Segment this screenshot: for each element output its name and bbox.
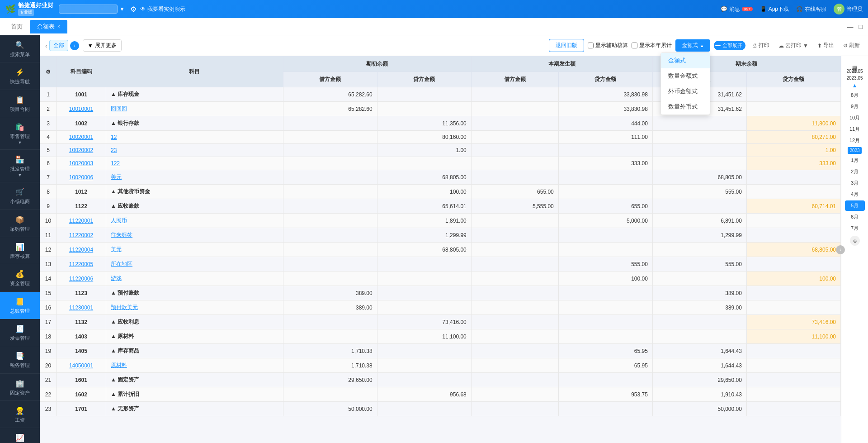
row-name[interactable]: 23 bbox=[106, 144, 283, 157]
row-code[interactable]: 11220001 bbox=[57, 214, 106, 228]
settings-gear-icon[interactable]: ⚙ bbox=[130, 5, 137, 14]
row-code[interactable]: 11220006 bbox=[57, 272, 106, 286]
tab-minimize-button[interactable]: — bbox=[845, 21, 855, 32]
period-month-2[interactable]: 2月 bbox=[845, 167, 865, 177]
mode-option-amount[interactable]: 金额式 bbox=[661, 53, 710, 68]
code-link[interactable]: 10010001 bbox=[69, 106, 93, 112]
subject-link[interactable]: 12 bbox=[111, 134, 117, 140]
mode-option-qty-currency[interactable]: 数量外币式 bbox=[661, 99, 710, 114]
sidebar-item-finance[interactable]: 💰 资金管理 bbox=[0, 264, 40, 291]
refresh-button[interactable]: ↺ 刷新 bbox=[840, 40, 863, 51]
sidebar-item-assets[interactable]: 🏢 固定资产 bbox=[0, 374, 40, 401]
tab-balance-sheet[interactable]: 余额表 × bbox=[30, 20, 67, 33]
sidebar-item-wholesale[interactable]: 🏪 批发管理 ▼ bbox=[0, 150, 40, 182]
search-dropdown-chevron[interactable]: ▼ bbox=[119, 6, 125, 12]
row-code[interactable]: 10020002 bbox=[57, 144, 106, 157]
row-name[interactable]: 12 bbox=[106, 131, 283, 144]
row-name[interactable]: 原材料 bbox=[106, 358, 283, 373]
period-month-3[interactable]: 3月 bbox=[845, 178, 865, 188]
cloud-print-button[interactable]: ☁ 云打印 ▼ bbox=[776, 40, 811, 51]
period-month-11[interactable]: 11月 bbox=[845, 124, 865, 134]
code-link[interactable]: 11220005 bbox=[69, 261, 93, 267]
demo-link[interactable]: 👁 我要看实例演示 bbox=[140, 5, 185, 13]
row-name[interactable]: 美元 bbox=[106, 243, 283, 257]
message-button[interactable]: 💬 消息 99+ bbox=[721, 5, 752, 13]
row-name[interactable]: 所在地区 bbox=[106, 257, 283, 272]
mode-option-qty-amount[interactable]: 数量金额式 bbox=[661, 68, 710, 84]
row-name[interactable]: 美元 bbox=[106, 170, 283, 185]
mode-selector-button[interactable]: 金额式 ▲ bbox=[675, 39, 710, 52]
subject-link[interactable]: 所在地区 bbox=[111, 261, 132, 267]
row-name[interactable]: 人民币 bbox=[106, 214, 283, 228]
global-search-input[interactable] bbox=[59, 5, 118, 14]
subject-link[interactable]: 美元 bbox=[111, 246, 122, 252]
sidebar-item-project[interactable]: 📋 项目合同 bbox=[0, 90, 40, 117]
ytd-checkbox-input[interactable] bbox=[632, 43, 637, 48]
show-ytd-checkbox[interactable]: 显示本年累计 bbox=[632, 42, 672, 49]
online-service-button[interactable]: 🎧 在线客服 bbox=[796, 5, 826, 13]
subject-link[interactable]: 美元 bbox=[111, 174, 122, 180]
period-up-chevron[interactable]: ▲ bbox=[852, 82, 858, 89]
sidebar-item-search[interactable]: 🔍 搜索菜单 bbox=[0, 35, 40, 62]
period-month-7[interactable]: 7月 bbox=[845, 223, 865, 233]
row-code[interactable]: 10020001 bbox=[57, 131, 106, 144]
row-code[interactable]: 11220002 bbox=[57, 228, 106, 243]
sidebar-item-payroll[interactable]: 👷 工资 bbox=[0, 401, 40, 428]
subject-link[interactable]: 原材料 bbox=[111, 362, 127, 368]
expand-all-toggle[interactable]: 全部展开 bbox=[714, 41, 745, 50]
code-link[interactable]: 11220004 bbox=[69, 247, 93, 253]
sidebar-item-inventory[interactable]: 📊 库存核算 bbox=[0, 237, 40, 264]
period-month-9[interactable]: 9月 bbox=[845, 101, 865, 112]
print-button[interactable]: 🖨 打印 bbox=[749, 40, 772, 51]
row-code[interactable]: 11220005 bbox=[57, 257, 106, 272]
sidebar-item-quicknav[interactable]: ⚡ 快捷导航 bbox=[0, 62, 40, 90]
filter-back-icon[interactable]: ‹ bbox=[45, 42, 47, 49]
sidebar-item-operations[interactable]: 📈 经营管理 bbox=[0, 428, 40, 443]
row-name[interactable]: 回回回 bbox=[106, 102, 283, 116]
subject-link[interactable]: 回回回 bbox=[111, 105, 127, 112]
settings-col-header[interactable]: ⚙ bbox=[40, 57, 57, 87]
sidebar-item-ledger[interactable]: 📒 总账管理 bbox=[0, 292, 40, 319]
code-link[interactable]: 10020006 bbox=[69, 174, 93, 181]
subject-link[interactable]: 往来标签 bbox=[111, 232, 132, 238]
period-month-10[interactable]: 10月 bbox=[845, 113, 865, 123]
row-name[interactable]: 预付款美元 bbox=[106, 300, 283, 315]
code-link[interactable]: 11220006 bbox=[69, 276, 93, 282]
mode-option-currency-amount[interactable]: 外币金额式 bbox=[661, 84, 710, 99]
filter-forward-button[interactable]: › bbox=[70, 41, 79, 50]
panel-toggle-button[interactable]: ‹ bbox=[836, 245, 845, 254]
tab-maximize-button[interactable]: □ bbox=[857, 21, 864, 32]
period-month-6[interactable]: 6月 bbox=[845, 212, 865, 222]
sidebar-item-purchase[interactable]: 📦 采购管理 bbox=[0, 210, 40, 237]
period-month-12[interactable]: 12月 bbox=[845, 135, 865, 146]
row-code[interactable]: 14050001 bbox=[57, 358, 106, 373]
code-link[interactable]: 11220001 bbox=[69, 218, 93, 224]
row-code[interactable]: 10020003 bbox=[57, 157, 106, 170]
period-month-4[interactable]: 4月 bbox=[845, 189, 865, 200]
code-link[interactable]: 10020003 bbox=[69, 160, 93, 167]
row-name[interactable]: 往来标签 bbox=[106, 228, 283, 243]
sidebar-item-invoice[interactable]: 🧾 发票管理 bbox=[0, 319, 40, 346]
sidebar-item-tax[interactable]: 📑 税务管理 bbox=[0, 346, 40, 373]
subject-link[interactable]: 游戏 bbox=[111, 275, 122, 281]
row-code[interactable]: 11230001 bbox=[57, 300, 106, 315]
show-auxiliary-checkbox[interactable]: 显示辅助核算 bbox=[588, 42, 628, 49]
code-link[interactable]: 11230001 bbox=[69, 305, 93, 311]
row-name[interactable]: 122 bbox=[106, 157, 283, 170]
code-link[interactable]: 10020002 bbox=[69, 147, 93, 153]
export-button[interactable]: ⬆ 导出 bbox=[815, 40, 837, 51]
app-download-button[interactable]: 📱 App下载 bbox=[760, 5, 789, 13]
row-code[interactable]: 10020006 bbox=[57, 170, 106, 185]
sidebar-item-ecommerce[interactable]: 🛒 小畅电商 bbox=[0, 182, 40, 210]
back-old-version-button[interactable]: 退回旧版 bbox=[549, 39, 584, 52]
user-avatar[interactable]: 管 管理员 bbox=[834, 4, 863, 14]
period-month-1[interactable]: 1月 bbox=[845, 155, 865, 166]
expand-more-button[interactable]: ▼ 展开更多 bbox=[83, 39, 122, 52]
filter-all-tag[interactable]: 全部 bbox=[49, 40, 68, 51]
subject-link[interactable]: 预付款美元 bbox=[111, 304, 138, 310]
row-code[interactable]: 10010001 bbox=[57, 102, 106, 116]
code-link[interactable]: 10020001 bbox=[69, 134, 93, 140]
row-code[interactable]: 11220004 bbox=[57, 243, 106, 257]
period-month-5[interactable]: 5月 bbox=[845, 200, 865, 211]
auxiliary-checkbox-input[interactable] bbox=[588, 43, 594, 48]
